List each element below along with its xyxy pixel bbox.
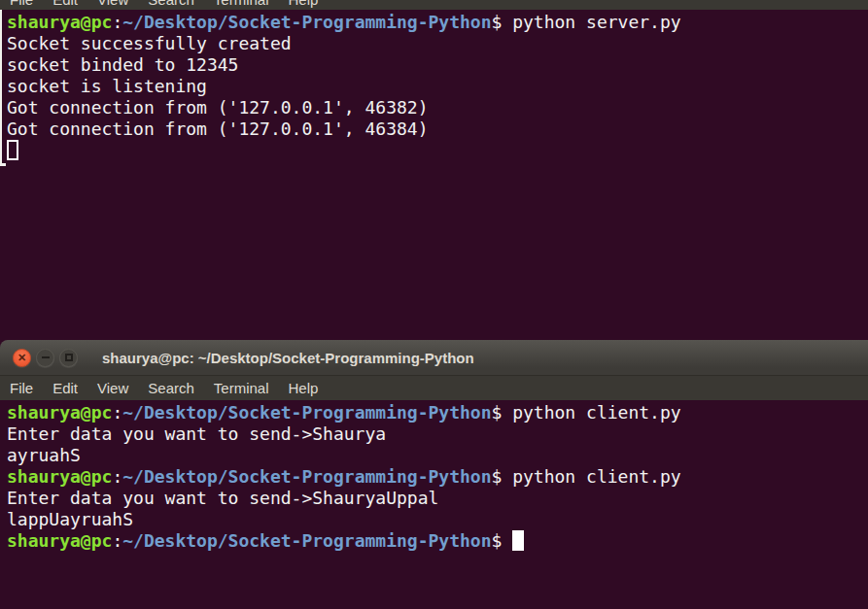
minimize-button[interactable] xyxy=(36,349,54,367)
window-title: shaurya@pc: ~/Desktop/Socket-Programming… xyxy=(102,350,474,366)
terminal-text: $ python client.py xyxy=(492,466,681,487)
terminal-text: ayruahS xyxy=(7,445,81,465)
menu-item-file[interactable]: File xyxy=(10,0,33,8)
close-icon: ✕ xyxy=(17,353,26,363)
menu-item-edit[interactable]: Edit xyxy=(52,380,78,396)
terminal-line: Got connection from ('127.0.0.1', 46382) xyxy=(7,97,868,118)
terminal-line: socket binded to 12345 xyxy=(7,54,868,76)
terminal-cursor xyxy=(7,140,18,160)
terminal-line: ayruahS xyxy=(7,445,868,466)
terminal-text: socket is listening xyxy=(7,76,207,96)
terminal-line: Enter data you want to send->ShauryaUppa… xyxy=(7,488,868,509)
terminal-text: Socket successfully created xyxy=(7,33,292,53)
titlebar[interactable]: ✕ shaurya@pc: ~/Desktop/Socket-Programmi… xyxy=(0,340,868,376)
terminal-text: $ python client.py xyxy=(492,402,681,423)
minimize-icon xyxy=(42,356,50,358)
server-terminal[interactable]: shaurya@pc:~/Desktop/Socket-Programming-… xyxy=(0,10,868,342)
menu-item-terminal[interactable]: Terminal xyxy=(214,380,269,396)
terminal-text: : xyxy=(112,402,122,423)
prompt-user-host: shaurya@pc xyxy=(7,530,112,551)
menu-item-edit[interactable]: Edit xyxy=(52,0,78,8)
terminal-line: Got connection from ('127.0.0.1', 46384) xyxy=(7,118,868,140)
client-terminal[interactable]: shaurya@pc:~/Desktop/Socket-Programming-… xyxy=(0,400,868,608)
terminal-line: Enter data you want to send->Shaurya xyxy=(7,423,868,445)
menu-item-view[interactable]: View xyxy=(97,0,128,8)
terminal-line: shaurya@pc:~/Desktop/Socket-Programming-… xyxy=(7,466,868,488)
terminal-text: lappUayruahS xyxy=(7,509,133,529)
terminal-line: shaurya@pc:~/Desktop/Socket-Programming-… xyxy=(7,530,868,552)
menubar: FileEditViewSearchTerminalHelp xyxy=(0,0,868,10)
terminal-text: Got connection from ('127.0.0.1', 46384) xyxy=(7,118,428,139)
terminal-line xyxy=(7,140,868,161)
menu-item-view[interactable]: View xyxy=(97,380,128,396)
prompt-path: ~/Desktop/Socket-Programming-Python xyxy=(122,402,491,423)
prompt-path: ~/Desktop/Socket-Programming-Python xyxy=(122,466,491,487)
menu-item-file[interactable]: File xyxy=(10,380,33,396)
terminal-text: : xyxy=(112,466,122,487)
close-button[interactable]: ✕ xyxy=(13,349,31,367)
prompt-user-host: shaurya@pc xyxy=(7,402,112,423)
prompt-path: ~/Desktop/Socket-Programming-Python xyxy=(122,12,491,32)
menu-item-help[interactable]: Help xyxy=(289,0,319,8)
menubar: FileEditViewSearchTerminalHelp xyxy=(0,376,868,400)
terminal-text: $ xyxy=(492,530,513,551)
terminal-text: Got connection from ('127.0.0.1', 46382) xyxy=(7,97,428,118)
prompt-user-host: shaurya@pc xyxy=(7,12,112,32)
server-terminal-output: shaurya@pc:~/Desktop/Socket-Programming-… xyxy=(7,12,868,161)
terminal-line: socket is listening xyxy=(7,76,868,97)
terminal-text: socket binded to 12345 xyxy=(7,54,238,75)
menu-item-search[interactable]: Search xyxy=(148,0,194,8)
maximize-button[interactable] xyxy=(59,349,78,367)
menu-item-help[interactable]: Help xyxy=(289,380,319,396)
maximize-icon xyxy=(65,354,73,361)
menu-item-terminal[interactable]: Terminal xyxy=(214,0,269,8)
terminal-text: : xyxy=(112,12,122,32)
terminal-text: $ python server.py xyxy=(492,12,681,32)
terminal-text: : xyxy=(112,530,122,551)
terminal-line: Socket successfully created xyxy=(7,33,868,54)
terminal-line: shaurya@pc:~/Desktop/Socket-Programming-… xyxy=(7,12,868,33)
terminal-line: shaurya@pc:~/Desktop/Socket-Programming-… xyxy=(7,402,868,423)
terminal-line: lappUayruahS xyxy=(7,509,868,530)
background-window-edge xyxy=(0,10,2,163)
client-terminal-window: ✕ shaurya@pc: ~/Desktop/Socket-Programmi… xyxy=(0,340,868,609)
prompt-path: ~/Desktop/Socket-Programming-Python xyxy=(122,530,491,551)
terminal-cursor xyxy=(512,530,524,551)
server-terminal-menubar-clipped: FileEditViewSearchTerminalHelp xyxy=(0,0,868,10)
terminal-text: Enter data you want to send->ShauryaUppa… xyxy=(7,488,438,508)
terminal-text: Enter data you want to send->Shaurya xyxy=(7,423,386,444)
prompt-user-host: shaurya@pc xyxy=(7,466,112,487)
client-terminal-output: shaurya@pc:~/Desktop/Socket-Programming-… xyxy=(7,402,868,552)
menu-item-search[interactable]: Search xyxy=(148,380,194,396)
